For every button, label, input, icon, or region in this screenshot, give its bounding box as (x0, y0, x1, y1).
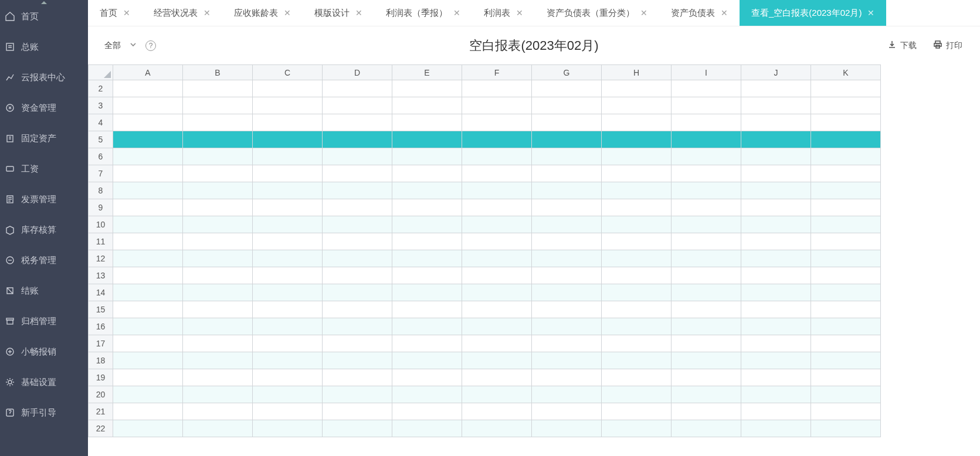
cell[interactable] (462, 250, 532, 267)
cell[interactable] (602, 352, 672, 369)
cell[interactable] (253, 335, 323, 352)
cell[interactable] (602, 233, 672, 250)
tab[interactable]: 利润表（季报）✕ (374, 0, 472, 26)
row-header[interactable]: 11 (89, 233, 113, 250)
row-header[interactable]: 7 (89, 165, 113, 182)
cell[interactable] (253, 403, 323, 420)
cell[interactable] (323, 165, 392, 182)
cell[interactable] (183, 420, 253, 437)
cell[interactable] (741, 284, 811, 301)
cell[interactable] (392, 148, 462, 165)
cell[interactable] (532, 148, 602, 165)
cell[interactable] (672, 80, 741, 97)
cell[interactable] (323, 97, 392, 114)
cell[interactable] (811, 318, 881, 335)
cell[interactable] (253, 97, 323, 114)
cell[interactable] (741, 216, 811, 233)
tab[interactable]: 查看_空白报表(2023年02月)✕ (740, 0, 886, 26)
close-icon[interactable]: ✕ (123, 8, 130, 18)
cell[interactable] (183, 199, 253, 216)
help-icon[interactable]: ? (145, 40, 156, 51)
cell[interactable] (113, 352, 183, 369)
cell[interactable] (741, 80, 811, 97)
cell[interactable] (183, 335, 253, 352)
cell[interactable] (462, 97, 532, 114)
cell[interactable] (811, 233, 881, 250)
cell[interactable] (741, 403, 811, 420)
sidebar-item-guide[interactable]: 新手引导 (0, 397, 88, 428)
cell[interactable] (113, 216, 183, 233)
sidebar-item-ledger[interactable]: 总账 (0, 32, 88, 62)
cell[interactable] (602, 386, 672, 403)
cell[interactable] (253, 352, 323, 369)
column-header[interactable]: D (323, 65, 392, 80)
cell[interactable] (672, 216, 741, 233)
cell[interactable] (392, 420, 462, 437)
cell[interactable] (253, 114, 323, 131)
close-icon[interactable]: ✕ (453, 8, 460, 18)
cell[interactable] (183, 182, 253, 199)
cell[interactable] (183, 216, 253, 233)
cell[interactable] (602, 420, 672, 437)
close-icon[interactable]: ✕ (516, 8, 523, 18)
cell[interactable] (602, 199, 672, 216)
cell[interactable] (113, 97, 183, 114)
cell[interactable] (602, 250, 672, 267)
cell[interactable] (811, 182, 881, 199)
cell[interactable] (183, 369, 253, 386)
cell[interactable] (741, 369, 811, 386)
cell[interactable] (672, 199, 741, 216)
cell[interactable] (462, 318, 532, 335)
sidebar-item-expense[interactable]: 小畅报销 (0, 336, 88, 367)
cell[interactable] (392, 386, 462, 403)
row-header[interactable]: 20 (89, 386, 113, 403)
cell[interactable] (462, 148, 532, 165)
cell[interactable] (672, 335, 741, 352)
row-header[interactable]: 13 (89, 267, 113, 284)
cell[interactable] (532, 352, 602, 369)
cell[interactable] (113, 182, 183, 199)
cell[interactable] (602, 182, 672, 199)
row-header[interactable]: 18 (89, 352, 113, 369)
column-header[interactable]: G (532, 65, 602, 80)
cell[interactable] (323, 335, 392, 352)
close-icon[interactable]: ✕ (355, 8, 362, 18)
cell[interactable] (741, 199, 811, 216)
cell[interactable] (462, 216, 532, 233)
row-header[interactable]: 6 (89, 148, 113, 165)
cell[interactable] (462, 267, 532, 284)
tab[interactable]: 模版设计✕ (303, 0, 374, 26)
cell[interactable] (811, 352, 881, 369)
cell[interactable] (811, 335, 881, 352)
cell[interactable] (323, 284, 392, 301)
cell[interactable] (741, 97, 811, 114)
cell[interactable] (462, 233, 532, 250)
cell[interactable] (741, 335, 811, 352)
cell[interactable] (532, 420, 602, 437)
cell[interactable] (602, 114, 672, 131)
cell[interactable] (532, 318, 602, 335)
cell[interactable] (113, 386, 183, 403)
sidebar-item-inventory[interactable]: 库存核算 (0, 215, 88, 245)
column-header[interactable]: K (811, 65, 881, 80)
sidebar-item-tax[interactable]: 税务管理 (0, 245, 88, 275)
cell[interactable] (183, 301, 253, 318)
cell[interactable] (183, 284, 253, 301)
cell[interactable] (741, 148, 811, 165)
cell[interactable] (811, 267, 881, 284)
cell[interactable] (323, 182, 392, 199)
cell[interactable] (672, 131, 741, 148)
cell[interactable] (113, 250, 183, 267)
cell[interactable] (462, 80, 532, 97)
cell[interactable] (323, 250, 392, 267)
cell[interactable] (462, 284, 532, 301)
column-header[interactable]: J (741, 65, 811, 80)
cell[interactable] (741, 386, 811, 403)
cell[interactable] (672, 233, 741, 250)
cell[interactable] (253, 284, 323, 301)
cell[interactable] (113, 403, 183, 420)
cell[interactable] (672, 318, 741, 335)
cell[interactable] (811, 131, 881, 148)
cell[interactable] (392, 335, 462, 352)
download-button[interactable]: 下载 (887, 40, 917, 51)
